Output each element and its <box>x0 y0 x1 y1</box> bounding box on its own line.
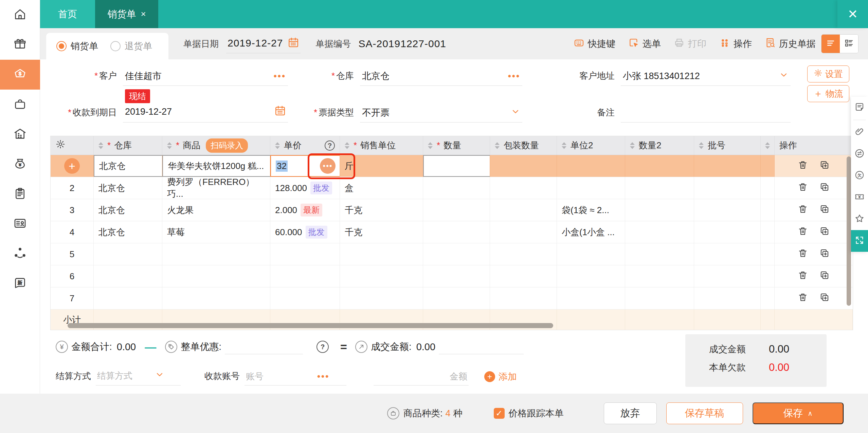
exchange-tool-button[interactable] <box>851 143 868 165</box>
coupon-tool-button[interactable]: ¥ <box>851 187 868 208</box>
shortcut-keys-button[interactable]: 快捷键 <box>574 37 615 51</box>
batch-cell[interactable] <box>694 243 761 265</box>
copy-row-icon[interactable] <box>819 204 830 216</box>
pack-qty-cell[interactable] <box>490 155 557 177</box>
qty2-cell[interactable] <box>625 155 694 177</box>
sidebar-item-warehouse[interactable] <box>0 119 40 149</box>
sidebar-item-orders[interactable] <box>0 179 40 209</box>
pack-qty-cell[interactable] <box>490 221 557 243</box>
qty2-cell[interactable] <box>625 177 694 199</box>
table-row[interactable]: 3 北京仓 火龙果 2.000最新 千克 袋(1袋 ≈ 2... <box>51 199 853 221</box>
price-track-checkbox-group[interactable]: ✓ 价格跟踪本单 <box>494 407 564 419</box>
sort-arrows-icon[interactable] <box>495 142 500 149</box>
window-close-button[interactable]: ✕ <box>837 0 868 28</box>
pack-qty-cell[interactable] <box>490 265 557 287</box>
owe-tool-button[interactable]: 欠 <box>851 165 868 187</box>
table-row[interactable]: 6 <box>51 265 853 287</box>
warehouse-cell[interactable] <box>94 243 162 265</box>
save-button[interactable]: 保存 ∧ <box>753 402 844 424</box>
sort-arrows-icon[interactable] <box>345 142 349 149</box>
horizontal-scrollbar[interactable] <box>68 323 553 328</box>
sidebar-item-finance[interactable]: ¥ <box>0 149 40 179</box>
price-cell[interactable] <box>270 243 340 265</box>
product-cell[interactable]: 费列罗（FERRERO）巧... <box>162 177 270 199</box>
product-cell[interactable]: 草莓 <box>162 221 270 243</box>
column-settings[interactable] <box>51 136 94 155</box>
table-row[interactable]: 2 北京仓 费列罗（FERRERO）巧... 128.000批发 盒 <box>51 177 853 199</box>
pack-qty-cell[interactable] <box>490 177 557 199</box>
warehouse-cell[interactable]: 北京仓 <box>94 155 162 177</box>
checkbox-checked-icon[interactable]: ✓ <box>494 408 505 419</box>
warehouse-input[interactable]: 北京仓 ••• <box>360 70 522 86</box>
save-draft-button[interactable]: 保存草稿 <box>666 402 743 424</box>
table-row[interactable]: + 北京仓 华美华夫软饼1200g 糕... 32 ••• 斤 <box>51 155 853 177</box>
sort-arrows-icon[interactable] <box>275 142 280 149</box>
history-orders-button[interactable]: 历史单据 <box>765 37 816 51</box>
qty-cell[interactable] <box>423 265 490 287</box>
unit2-cell[interactable] <box>557 287 625 309</box>
tab-home[interactable]: 首页 <box>40 0 95 28</box>
qty2-cell[interactable] <box>625 243 694 265</box>
batch-cell[interactable] <box>694 199 761 221</box>
vertical-scrollbar[interactable] <box>847 156 851 306</box>
pay-method-input[interactable] <box>97 371 155 381</box>
help-icon[interactable]: ? <box>325 140 335 151</box>
warehouse-cell[interactable] <box>94 287 162 309</box>
qty-cell[interactable] <box>423 243 490 265</box>
column-header-unit2[interactable]: 单位2 <box>557 136 625 155</box>
batch-cell[interactable] <box>694 265 761 287</box>
column-header-qty2[interactable]: 数量2 <box>625 136 694 155</box>
sale-unit-cell[interactable]: 盒 <box>340 177 423 199</box>
batch-cell[interactable] <box>694 177 761 199</box>
account-input[interactable] <box>246 371 317 382</box>
column-header-product[interactable]: *商品扫码录入 <box>162 136 270 155</box>
tab-sales-order[interactable]: 销货单 × <box>95 0 158 28</box>
radio-sale-order[interactable]: 销货单 <box>56 40 98 52</box>
sidebar-item-share[interactable] <box>0 239 40 269</box>
product-cell[interactable] <box>162 243 270 265</box>
trash-icon[interactable] <box>798 270 808 283</box>
sort-arrows-icon[interactable] <box>428 142 433 149</box>
pack-qty-cell[interactable] <box>490 199 557 221</box>
column-header-pack-qty[interactable]: 包装数量 <box>490 136 557 155</box>
qty-cell[interactable] <box>423 199 490 221</box>
doc-date-input[interactable]: 2019-12-27 <box>226 35 301 53</box>
unit2-cell[interactable] <box>557 177 625 199</box>
sale-unit-cell[interactable] <box>340 243 423 265</box>
price-cell[interactable]: 128.000批发 <box>270 177 340 199</box>
pack-qty-cell[interactable] <box>490 243 557 265</box>
price-cell[interactable]: 2.000最新 <box>270 199 340 221</box>
price-cell[interactable] <box>270 265 340 287</box>
product-cell[interactable] <box>162 287 270 309</box>
qty-cell[interactable] <box>423 221 490 243</box>
copy-row-icon[interactable] <box>819 270 830 283</box>
warehouse-picker-dots[interactable]: ••• <box>508 71 520 81</box>
address-select[interactable]: 小张 18513401212 <box>621 70 791 86</box>
warehouse-cell[interactable]: 北京仓 <box>94 177 162 199</box>
discount-input[interactable] <box>225 339 303 354</box>
qty2-cell[interactable] <box>625 265 694 287</box>
sort-arrows-icon[interactable] <box>699 142 704 149</box>
add-payment-button[interactable]: + 添加 <box>484 371 517 385</box>
batch-cell[interactable] <box>694 287 761 309</box>
customer-input[interactable]: 佳佳超市 ••• <box>123 70 288 86</box>
sidebar-item-customers[interactable] <box>0 209 40 239</box>
print-button[interactable]: 打印 <box>674 37 706 51</box>
actions-button[interactable]: 操作 <box>719 37 752 51</box>
remark-input[interactable] <box>621 108 791 123</box>
chevron-down-icon[interactable] <box>155 370 164 382</box>
sale-unit-cell[interactable] <box>340 287 423 309</box>
copy-row-icon[interactable] <box>819 226 830 239</box>
sale-unit-cell[interactable]: 千克 <box>340 221 423 243</box>
unit2-cell[interactable] <box>557 155 625 177</box>
attachment-tool-button[interactable] <box>851 121 868 143</box>
pack-qty-cell[interactable] <box>490 287 557 309</box>
add-row-button[interactable]: + <box>64 158 80 174</box>
table-row[interactable]: 5 <box>51 243 853 265</box>
tab-close-icon[interactable]: × <box>141 9 146 19</box>
calendar-icon[interactable] <box>274 105 286 119</box>
sort-arrows-icon[interactable] <box>562 142 566 149</box>
copy-row-icon[interactable] <box>819 292 830 305</box>
qty2-cell[interactable] <box>625 221 694 243</box>
deal-amount-input[interactable] <box>439 339 524 354</box>
